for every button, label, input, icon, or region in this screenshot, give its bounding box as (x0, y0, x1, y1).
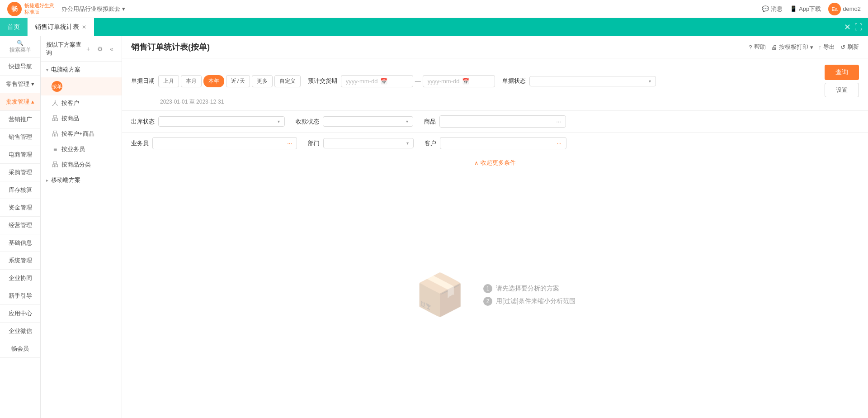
main-layout: 🔍 搜索菜单 快捷导航 零售管理 ▾ 批发管理 ▴ 营销推广 销售管理 电商管理… (0, 36, 868, 418)
sidebar-item-retail[interactable]: 零售管理 ▾ (0, 76, 40, 93)
empty-hint-1: 1 请先选择要分析的方案 (483, 284, 576, 293)
payment-status-label: 收款状态 (296, 118, 319, 126)
customer-goods-icon: 品 (52, 130, 59, 138)
nav-tab-actions: ✕ ⛶ (844, 22, 868, 32)
app-selector[interactable]: 办公用品行业模拟账套 ▾ (58, 3, 129, 15)
empty-content: 📦 1 请先选择要分析的方案 2 用[过滤]条件来缩小分析 (415, 271, 576, 318)
page-actions: ? 帮助 🖨 按模板打印 ▾ ↑ 导出 ↺ 刷新 (749, 43, 859, 51)
sidebar-item-system[interactable]: 系统管理 (0, 252, 40, 270)
date-start-input[interactable]: yyyy-mm-dd 📅 (341, 75, 413, 87)
sidebar-item-operations[interactable]: 经营管理 (0, 217, 40, 234)
sidebar-item-finance[interactable]: 资金管理 (0, 199, 40, 217)
date-btn-this-month[interactable]: 本月 (181, 75, 202, 87)
filter-row-2: 出库状态 ▾ 收款状态 ▾ 商品 (122, 110, 868, 132)
scheme-item-by-salesperson-label: 按业务员 (61, 145, 85, 153)
sidebar-item-inventory[interactable]: 库存核算 (0, 181, 40, 199)
scheme-item-by-customer-goods[interactable]: 品 按客户+商品 (41, 126, 122, 142)
payment-status-select[interactable]: ▾ (323, 116, 413, 127)
date-btn-last-7days[interactable]: 近7天 (226, 75, 250, 87)
customer-label: 客户 (425, 139, 436, 147)
scheme-item-by-order[interactable]: 按单 (41, 77, 122, 95)
wechat-label: 企业微信 (9, 328, 32, 334)
app-download-button[interactable]: 📱 App下载 (790, 5, 821, 13)
sidebar-item-search[interactable]: 🔍 搜索菜单 (0, 36, 40, 58)
status-select[interactable]: ▾ (529, 76, 656, 86)
scheme-item-by-goods[interactable]: 品 按商品 (41, 111, 122, 126)
scheme-item-by-customer[interactable]: 人 按客户 (41, 95, 122, 111)
sidebar-item-basic[interactable]: 基础信息 (0, 234, 40, 252)
close-window-icon[interactable]: ✕ (844, 22, 851, 32)
dept-select[interactable]: ▾ (323, 138, 414, 148)
settings-scheme-button[interactable]: ⚙ (95, 44, 104, 53)
salesperson-select[interactable]: ··· (152, 137, 297, 149)
ship-status-select[interactable]: ▾ (158, 116, 285, 127)
collapse-label: 收起更多条件 (481, 159, 516, 167)
sidebar-item-marketing[interactable]: 营销推广 (0, 111, 40, 128)
goods-dots[interactable]: ··· (556, 118, 561, 125)
date-btn-this-year[interactable]: 本年 (203, 75, 224, 87)
help-button[interactable]: ? 帮助 (749, 43, 765, 51)
user-profile[interactable]: Ea demo2 (828, 3, 861, 15)
goods-select[interactable]: ··· (439, 115, 566, 128)
add-scheme-button[interactable]: + (84, 44, 93, 53)
sidebar-item-quick-nav[interactable]: 快捷导航 (0, 58, 40, 76)
customer-select[interactable]: ··· (440, 137, 566, 149)
expected-date-controls: yyyy-mm-dd 📅 — yyyy-mm-dd 📅 (341, 75, 495, 87)
operations-label: 经营管理 (9, 222, 32, 228)
enterprise-label: 企业协同 (9, 275, 32, 281)
export-button[interactable]: ↑ 导出 (819, 43, 835, 51)
ship-status-group: 出库状态 ▾ (131, 116, 285, 127)
date-field-group: 单据日期 上月 本月 本年 近7天 更多 自定义 (131, 75, 301, 87)
message-button[interactable]: 💬 消息 (762, 5, 783, 13)
empty-state: 📦 1 请先选择要分析的方案 2 用[过滤]条件来缩小分析 (122, 171, 868, 418)
app-download-label: App下载 (799, 5, 821, 13)
sidebar-item-enterprise[interactable]: 企业协同 (0, 270, 40, 287)
sidebar-item-wechat[interactable]: 企业微信 (0, 323, 40, 340)
sidebar-item-ecommerce[interactable]: 电商管理 (0, 146, 40, 164)
sidebar-item-newbie[interactable]: 新手引导 (0, 287, 40, 305)
expected-date-label: 预计交货期 (308, 77, 337, 85)
fullscreen-icon[interactable]: ⛶ (854, 23, 863, 32)
collapse-scheme-button[interactable]: « (107, 44, 116, 53)
settings-button[interactable]: 设置 (825, 83, 859, 97)
scheme-group-header-mobile[interactable]: ▸ 移动端方案 (41, 172, 122, 188)
sidebar-item-purchase[interactable]: 采购管理 (0, 164, 40, 181)
salesperson-group: 业务员 ··· (131, 137, 297, 149)
date-controls: 上月 本月 本年 近7天 更多 自定义 (158, 75, 301, 87)
date-btn-last-month[interactable]: 上月 (158, 75, 179, 87)
calendar-icon: 📅 (380, 78, 387, 85)
tab-home[interactable]: 首页 (0, 18, 28, 36)
tab-close-icon[interactable]: ✕ (82, 24, 86, 30)
tab-sales-stat[interactable]: 销售订单统计表 ✕ (28, 18, 94, 36)
collapse-button[interactable]: ∧ 收起更多条件 (122, 154, 868, 171)
expand-icon: ▾ (31, 81, 34, 87)
dept-group: 部门 ▾ (308, 138, 414, 148)
sidebar-item-wholesale[interactable]: 批发管理 ▴ (0, 93, 40, 111)
scheme-item-by-customer-goods-label: 按客户+商品 (61, 130, 94, 138)
customer-dots[interactable]: ··· (557, 140, 561, 147)
date-label: 单据日期 (131, 77, 155, 85)
nav-tabs: 首页 销售订单统计表 ✕ ✕ ⛶ (0, 18, 868, 36)
refresh-button[interactable]: ↺ 刷新 (840, 43, 859, 51)
top-bar-left: 畅 畅捷通好生意 标准版 办公用品行业模拟账套 ▾ (7, 2, 129, 16)
scheme-item-by-salesperson[interactable]: ≡ 按业务员 (41, 142, 122, 157)
salesperson-dots[interactable]: ··· (287, 140, 292, 147)
sidebar-item-apps[interactable]: 应用中心 (0, 305, 40, 323)
scheme-group-header-pc[interactable]: ▾ 电脑端方案 (41, 62, 122, 77)
query-button[interactable]: 查询 (825, 65, 859, 80)
empty-hint-2: 2 用[过滤]条件来缩小分析范围 (483, 297, 576, 306)
payment-status-chevron-icon: ▾ (406, 119, 408, 124)
export-icon: ↑ (819, 44, 822, 51)
page-header: 销售订单统计表(按单) ? 帮助 🖨 按模板打印 ▾ ↑ 导出 (122, 36, 868, 58)
date-btn-custom[interactable]: 自定义 (274, 75, 301, 87)
date-btn-more[interactable]: 更多 (252, 75, 273, 87)
system-label: 系统管理 (9, 257, 32, 264)
print-button[interactable]: 🖨 按模板打印 ▾ (771, 43, 813, 51)
salesperson-icon: ≡ (52, 146, 59, 153)
scheme-group-pc: ▾ 电脑端方案 按单 人 按客户 品 按商品 品 按客户+商品 (41, 62, 122, 172)
scheme-item-by-category[interactable]: 品 按商品分类 (41, 157, 122, 172)
sidebar-item-sales[interactable]: 销售管理 (0, 128, 40, 146)
date-end-input[interactable]: yyyy-mm-dd 📅 (423, 75, 495, 87)
app-selector-label: 办公用品行业模拟账套 (61, 5, 120, 13)
sidebar-item-vip[interactable]: 畅会员 (0, 340, 40, 358)
